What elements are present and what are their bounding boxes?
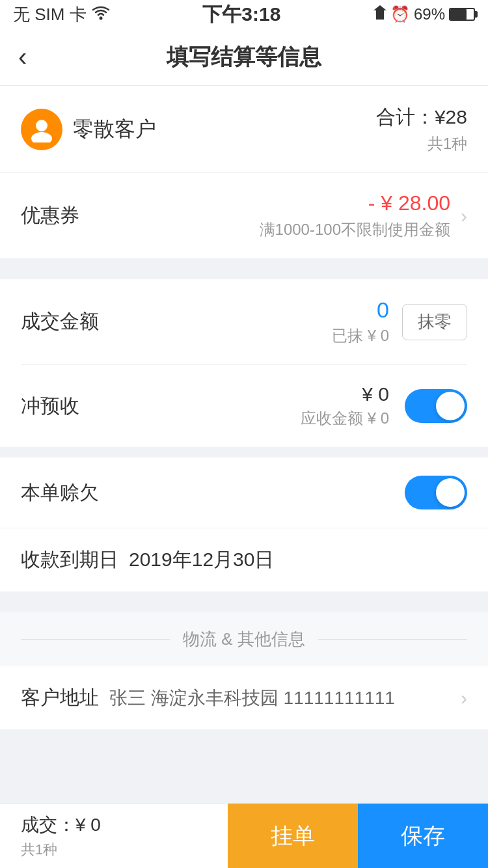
coupon-value-col: - ¥ 28.00 满1000-100不限制使用金额 (260, 191, 450, 240)
divider-1 (0, 269, 488, 279)
credit-toggle[interactable] (405, 476, 467, 509)
address-chevron-icon: › (461, 687, 467, 709)
logistics-line-right (318, 639, 467, 640)
customer-left: 零散客户 (21, 109, 156, 150)
location-icon (373, 5, 386, 23)
prepayment-sub: 应收金额 ¥ 0 (301, 408, 389, 429)
alarm-icon: ⏰ (390, 5, 410, 23)
bottom-transaction-value: ¥ 0 (75, 815, 101, 835)
transaction-right: 0 已抹 ¥ 0 抹零 (332, 297, 467, 346)
battery-icon (449, 8, 475, 21)
bottom-transaction-label: 成交：¥ 0 (21, 813, 207, 837)
wifi-icon (92, 5, 110, 25)
logistics-label: 物流 & 其他信息 (183, 628, 305, 651)
coupon-row[interactable]: 优惠券 - ¥ 28.00 满1000-100不限制使用金额 › (0, 172, 488, 258)
credit-section: 本单赊欠 收款到期日 2019年12月30日 (0, 457, 488, 591)
address-value: 张三 海淀永丰科技园 11111111111 (109, 686, 461, 711)
logistics-header: 物流 & 其他信息 (0, 612, 488, 666)
transaction-row: 成交金额 0 已抹 ¥ 0 抹零 (21, 279, 467, 365)
due-date-row[interactable]: 收款到期日 2019年12月30日 (0, 528, 488, 591)
status-time: 下午3:18 (202, 1, 280, 28)
back-button[interactable]: ‹ (18, 42, 27, 72)
due-date-label: 收款到期日 (21, 547, 118, 573)
bottom-count: 共1种 (21, 840, 207, 860)
credit-toggle-knob (436, 478, 465, 507)
address-label: 客户地址 (21, 685, 99, 711)
coupon-label: 优惠券 (21, 202, 99, 229)
customer-section: 零散客户 合计：¥28 共1种 优惠券 - ¥ 28.00 满1000-100不… (0, 86, 488, 258)
prepayment-amounts: ¥ 0 应收金额 ¥ 0 (301, 383, 389, 429)
customer-name: 零散客户 (73, 115, 156, 144)
status-bar: 无 SIM 卡 下午3:18 ⏰ 69% (0, 0, 488, 29)
save-button[interactable]: 保存 (358, 804, 488, 868)
transaction-label: 成交金额 (21, 308, 99, 335)
divider-3 (0, 602, 488, 612)
total-amount: 合计：¥28 (376, 104, 467, 131)
prepayment-label: 冲预收 (21, 393, 79, 420)
battery-percent: 69% (414, 5, 445, 23)
avatar (21, 109, 62, 150)
nav-bar: ‹ 填写结算等信息 (0, 29, 488, 86)
svg-point-1 (36, 120, 47, 131)
transaction-section: 成交金额 0 已抹 ¥ 0 抹零 冲预收 ¥ 0 应收金额 ¥ 0 (0, 279, 488, 447)
svg-point-0 (99, 16, 102, 20)
transaction-value[interactable]: 0 (332, 297, 389, 323)
sim-text: 无 SIM 卡 (13, 3, 87, 26)
transaction-sub: 已抹 ¥ 0 (332, 325, 389, 346)
customer-row: 零散客户 合计：¥28 共1种 (0, 86, 488, 172)
transaction-amount-area: 0 已抹 ¥ 0 (332, 297, 389, 346)
status-left: 无 SIM 卡 (13, 3, 110, 26)
toggle-knob (436, 392, 465, 420)
total-count: 共1种 (376, 133, 467, 154)
address-row[interactable]: 客户地址 张三 海淀永丰科技园 11111111111 › (0, 666, 488, 729)
bottom-transaction-prefix: 成交： (21, 815, 75, 835)
divider-2 (0, 447, 488, 457)
prepayment-toggle[interactable] (405, 389, 467, 423)
bottom-bar: 成交：¥ 0 共1种 挂单 保存 (0, 803, 488, 868)
customer-right: 合计：¥28 共1种 (376, 104, 467, 154)
due-date-value: 2019年12月30日 (129, 547, 274, 573)
logistics-line-left (21, 639, 170, 640)
credit-row: 本单赊欠 (0, 457, 488, 528)
coupon-amount: - ¥ 28.00 (260, 191, 450, 215)
svg-point-2 (31, 132, 52, 142)
prepayment-right: ¥ 0 应收金额 ¥ 0 (301, 383, 467, 429)
round-button[interactable]: 抹零 (402, 304, 467, 340)
coupon-desc: 满1000-100不限制使用金额 (260, 219, 450, 240)
pending-button[interactable]: 挂单 (228, 804, 358, 868)
prepayment-value: ¥ 0 (301, 383, 389, 405)
credit-label: 本单赊欠 (21, 480, 99, 506)
coupon-right: - ¥ 28.00 满1000-100不限制使用金额 › (99, 191, 467, 240)
page-title: 填写结算等信息 (167, 42, 321, 72)
bottom-info: 成交：¥ 0 共1种 (0, 804, 228, 868)
status-right: ⏰ 69% (373, 5, 475, 23)
chevron-right-icon: › (461, 205, 467, 227)
prepayment-row: 冲预收 ¥ 0 应收金额 ¥ 0 (21, 365, 467, 447)
address-section: 客户地址 张三 海淀永丰科技园 11111111111 › (0, 666, 488, 729)
